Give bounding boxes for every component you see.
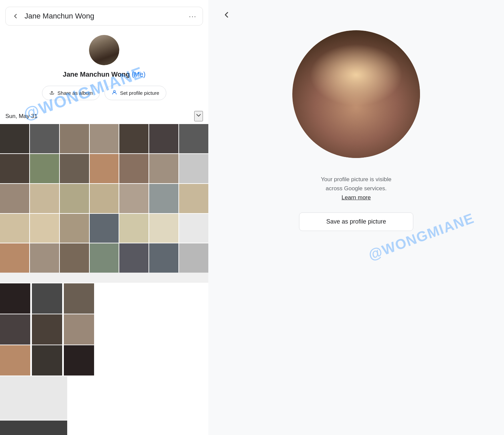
photo-cell[interactable] bbox=[0, 283, 30, 314]
photo-cell[interactable] bbox=[90, 154, 119, 183]
top-bar-left: Jane Manchun Wong bbox=[12, 12, 94, 21]
photo-cell[interactable] bbox=[30, 214, 59, 243]
photo-cell[interactable] bbox=[32, 345, 62, 375]
share-icon bbox=[49, 89, 55, 96]
photo-cell[interactable] bbox=[119, 184, 149, 213]
photo-cell[interactable] bbox=[119, 243, 149, 273]
photo-area-bottom bbox=[0, 376, 67, 420]
photo-cell[interactable] bbox=[179, 124, 208, 153]
profile-icon bbox=[112, 89, 117, 96]
photo-cell[interactable] bbox=[64, 345, 94, 375]
me-label: (Me) bbox=[132, 71, 145, 78]
photo-cell[interactable] bbox=[0, 243, 29, 273]
photo-cell[interactable] bbox=[90, 184, 119, 213]
photo-cell[interactable] bbox=[32, 314, 62, 345]
photo-cell[interactable] bbox=[179, 214, 208, 243]
photo-cell[interactable] bbox=[149, 184, 178, 213]
photo-cell[interactable] bbox=[149, 154, 178, 183]
photo-cell[interactable] bbox=[90, 243, 119, 273]
grid-gap bbox=[0, 273, 208, 283]
photo-cell[interactable] bbox=[60, 243, 89, 273]
photo-cell[interactable] bbox=[60, 154, 89, 183]
photo-cell[interactable] bbox=[149, 124, 178, 153]
photo-cell[interactable] bbox=[119, 214, 149, 243]
photo-cell[interactable] bbox=[149, 214, 178, 243]
left-panel: Jane Manchun Wong ··· Jane Manchun Wong … bbox=[0, 0, 208, 435]
profile-picture-large bbox=[292, 30, 420, 158]
right-panel: Your profile picture is visible across G… bbox=[208, 0, 504, 435]
photo-cell[interactable] bbox=[119, 124, 149, 153]
photo-cell[interactable] bbox=[0, 154, 29, 183]
photo-cell[interactable] bbox=[0, 345, 30, 375]
photo-cell[interactable] bbox=[179, 243, 208, 273]
photo-cell[interactable] bbox=[30, 184, 59, 213]
back-button[interactable] bbox=[12, 12, 19, 20]
photo-area-dark bbox=[0, 421, 67, 435]
avatar bbox=[89, 35, 119, 65]
photo-cell[interactable] bbox=[0, 124, 29, 153]
photo-cell[interactable] bbox=[60, 124, 89, 153]
action-buttons: Share as album Set profile picture bbox=[42, 86, 166, 100]
avatar-image bbox=[89, 35, 119, 65]
svg-point-0 bbox=[114, 90, 116, 92]
photo-grid-main bbox=[0, 124, 208, 273]
profile-picture-image bbox=[292, 30, 420, 158]
profile-description: Your profile picture is visible across G… bbox=[321, 175, 391, 202]
photo-cell[interactable] bbox=[119, 154, 149, 183]
share-album-button[interactable]: Share as album bbox=[42, 86, 100, 100]
photo-cell[interactable] bbox=[0, 314, 30, 345]
profile-name: Jane Manchun Wong (Me) bbox=[63, 71, 145, 78]
photo-cell[interactable] bbox=[64, 314, 94, 345]
photo-cell[interactable] bbox=[30, 243, 59, 273]
more-options-button[interactable]: ··· bbox=[189, 12, 197, 20]
learn-more-link[interactable]: Learn more bbox=[342, 194, 371, 201]
photo-cell[interactable] bbox=[0, 184, 29, 213]
date-label: Sun, May 31 bbox=[5, 113, 37, 120]
photo-cell[interactable] bbox=[60, 184, 89, 213]
top-bar-title: Jane Manchun Wong bbox=[25, 12, 94, 21]
photo-cell[interactable] bbox=[30, 154, 59, 183]
photo-grid-secondary bbox=[0, 283, 208, 375]
set-profile-picture-button[interactable]: Set profile picture bbox=[104, 86, 166, 100]
photo-cell[interactable] bbox=[0, 214, 29, 243]
photo-cell[interactable] bbox=[90, 214, 119, 243]
back-button-right[interactable] bbox=[222, 10, 231, 22]
save-profile-picture-button[interactable]: Save as profile picture bbox=[299, 212, 413, 231]
photo-cell[interactable] bbox=[60, 214, 89, 243]
photo-cell[interactable] bbox=[32, 283, 62, 314]
photo-cell[interactable] bbox=[149, 243, 178, 273]
photo-cell[interactable] bbox=[64, 283, 94, 314]
photo-cell[interactable] bbox=[30, 124, 59, 153]
date-expand-button[interactable] bbox=[194, 111, 203, 121]
date-section: Sun, May 31 bbox=[5, 111, 203, 124]
photo-cell[interactable] bbox=[179, 184, 208, 213]
profile-section: Jane Manchun Wong (Me) Share as album bbox=[0, 35, 208, 100]
photo-cell[interactable] bbox=[179, 154, 208, 183]
photo-cell[interactable] bbox=[90, 124, 119, 153]
top-bar: Jane Manchun Wong ··· bbox=[5, 7, 203, 26]
